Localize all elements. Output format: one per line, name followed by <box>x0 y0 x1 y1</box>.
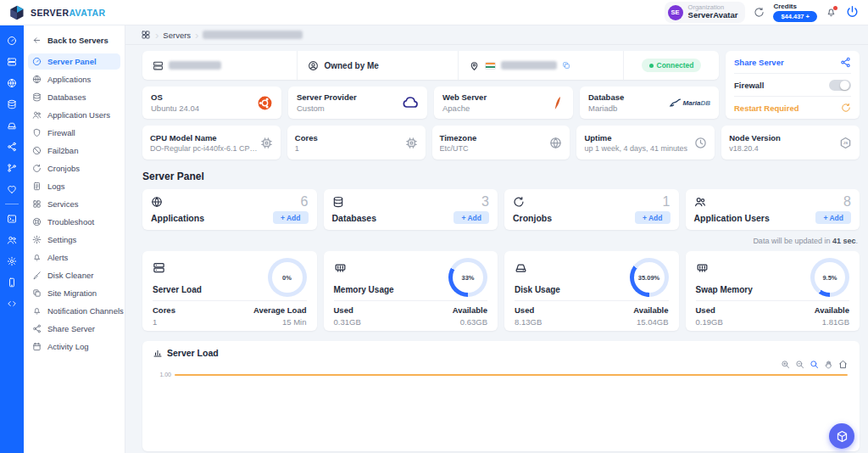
restart-refresh-icon[interactable] <box>841 103 851 113</box>
chart-toolbar <box>153 360 849 369</box>
top-header: SERVERAVATAR SE Organization ServerAvata… <box>0 0 868 25</box>
swap-memory-gauge: 9.5% <box>810 258 849 297</box>
disk-usage-gauge-card: Disk Usage 35.09% Used8.13GB Available15… <box>504 251 679 331</box>
redacted-ip-address <box>501 61 557 70</box>
sidebar-item-databases[interactable]: Databases <box>28 89 120 105</box>
rail-mobile-icon[interactable] <box>7 277 17 288</box>
shield-icon <box>32 128 42 137</box>
server-identity-card: Owned by Me Connected <box>142 51 719 80</box>
owner-cell: Owned by Me <box>297 51 457 80</box>
redacted-server-name <box>169 61 221 70</box>
clock-icon <box>694 137 707 149</box>
sidebar-item-cronjobs[interactable]: Cronjobs <box>28 160 120 176</box>
memory-usage-gauge-card: Memory Usage 33% Used0.31GB Available0.6… <box>324 251 498 331</box>
share-icon[interactable] <box>840 57 851 68</box>
copy-icon <box>32 288 42 298</box>
add-application-button[interactable]: + Add <box>273 211 309 224</box>
bell-icon <box>32 306 42 316</box>
cpu-model-card: CPU Model NameDO-Regular pc-i440fx-6.1 C… <box>142 126 281 159</box>
pan-icon[interactable] <box>824 360 833 369</box>
rail-network-icon[interactable] <box>7 142 17 152</box>
add-database-button[interactable]: + Add <box>453 211 489 224</box>
cpu-icon <box>260 137 273 149</box>
breadcrumb-servers[interactable]: Servers <box>163 31 191 40</box>
rail-server-icon[interactable] <box>7 57 17 67</box>
arrow-left-icon <box>32 36 42 45</box>
rail-settings-icon[interactable] <box>7 256 17 266</box>
sidebar-item-services[interactable]: Services <box>28 196 120 212</box>
copy-ip-icon[interactable] <box>562 61 570 70</box>
databases-resource-card: 3 Databases+ Add <box>324 189 498 230</box>
sidebar-item-alerts[interactable]: Alerts <box>28 249 120 266</box>
applications-count: 6 <box>301 195 309 209</box>
credits-balance-button[interactable]: $44.437 + <box>773 11 817 22</box>
sidebar-item-fail2ban[interactable]: Fail2ban <box>28 143 120 159</box>
restart-required-row[interactable]: Restart Required <box>734 96 851 119</box>
serveravatar-app: SERVERAVATAR SE Organization ServerAvata… <box>0 0 868 453</box>
users-icon <box>32 110 42 120</box>
support-widget-button[interactable] <box>829 423 854 449</box>
server-load-gauge-card: Server Load 0% Cores1 Average Load15 Min <box>142 251 317 331</box>
bar-chart-icon <box>153 348 163 358</box>
rail-users-icon[interactable] <box>7 235 17 245</box>
sidebar-item-site-migration[interactable]: Site Migration <box>28 285 120 301</box>
sidebar-item-firewall[interactable]: Firewall <box>28 125 120 141</box>
india-flag-icon <box>485 62 496 70</box>
timezone-card: TimezoneEtc/UTC <box>432 126 570 159</box>
globe-icon <box>32 75 42 84</box>
zoom-out-icon[interactable] <box>795 360 804 369</box>
rail-code-icon[interactable] <box>7 299 17 309</box>
web-server-card: Web ServerApache <box>434 87 573 119</box>
rail-globe-icon[interactable] <box>7 78 17 88</box>
main-panel: › Servers › <box>125 25 868 453</box>
databases-count: 3 <box>481 195 489 209</box>
sidebar-item-application-users[interactable]: Application Users <box>28 107 120 123</box>
sidebar-item-share-server[interactable]: Share Server <box>28 321 120 337</box>
firewall-toggle[interactable] <box>829 80 851 91</box>
rail-git-icon[interactable] <box>7 163 17 173</box>
sidebar-item-activity-log[interactable]: Activity Log <box>28 338 120 355</box>
swap-memory-gauge-card: Swap Memory 9.5% Used0.19GB Available1.8… <box>686 251 860 331</box>
rail-health-icon[interactable] <box>7 184 17 194</box>
sidebar-item-server-panel[interactable]: Server Panel <box>28 53 120 70</box>
selection-zoom-icon[interactable] <box>810 360 819 369</box>
sidebar-item-applications[interactable]: Applications <box>28 71 120 87</box>
serveravatar-cube-icon <box>8 4 25 21</box>
sidebar-item-notification-channels[interactable]: Notification Channels <box>28 303 120 319</box>
disk-icon <box>515 261 527 274</box>
rail-disk-icon[interactable] <box>7 120 17 131</box>
rail-gauge-icon[interactable] <box>7 36 17 46</box>
gauge-icon <box>32 57 42 66</box>
brand-logo[interactable]: SERVERAVATAR <box>8 4 136 21</box>
power-logout-icon[interactable] <box>845 5 860 20</box>
reset-zoom-home-icon[interactable] <box>838 360 848 369</box>
share-server-row[interactable]: Share Server <box>734 51 851 73</box>
applications-resource-card: 6 Applications+ Add <box>142 189 317 230</box>
cube-icon <box>836 430 849 443</box>
sidebar-item-logs[interactable]: Logs <box>28 178 120 194</box>
server-load-line <box>175 374 848 376</box>
organization-chip[interactable]: SE Organization ServerAvatar <box>665 2 746 23</box>
memory-usage-gauge: 33% <box>448 258 487 297</box>
zoom-in-icon[interactable] <box>781 360 790 369</box>
notifications-bell-icon[interactable] <box>826 7 837 18</box>
sidebar-item-settings[interactable]: Settings <box>28 232 120 248</box>
database-icon <box>332 196 344 208</box>
refresh-icon <box>32 164 42 173</box>
add-application-user-button[interactable]: + Add <box>815 211 851 224</box>
refresh-icon[interactable] <box>754 7 765 18</box>
cronjobs-resource-card: 1 Cronjobs+ Add <box>504 189 679 230</box>
breadcrumb-home-icon[interactable] <box>141 30 151 40</box>
rail-database-icon[interactable] <box>7 99 17 109</box>
disk-usage-gauge: 35.09% <box>630 258 669 297</box>
status-dot <box>649 64 654 68</box>
add-cronjob-button[interactable]: + Add <box>635 211 670 224</box>
rail-terminal-icon[interactable] <box>7 214 17 224</box>
os-card: OSUbuntu 24.04 <box>142 87 281 119</box>
memory-icon <box>334 261 347 274</box>
nodejs-hexagon-icon: JS <box>839 137 852 149</box>
ubuntu-logo-icon <box>257 95 273 111</box>
back-to-servers[interactable]: Back to Servers <box>28 32 120 48</box>
sidebar-item-troubleshoot[interactable]: Troubleshoot <box>28 214 120 230</box>
sidebar-item-disk-cleaner[interactable]: Disk Cleaner <box>28 267 120 283</box>
